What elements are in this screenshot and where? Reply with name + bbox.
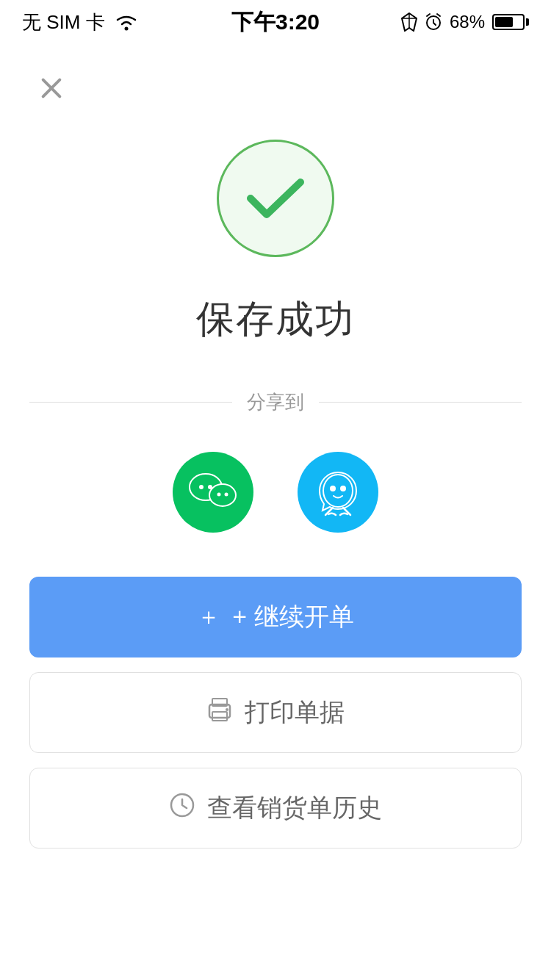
svg-point-7 bbox=[225, 493, 228, 497]
view-history-button[interactable]: 查看销货单历史 bbox=[29, 768, 522, 849]
close-icon bbox=[38, 75, 65, 101]
svg-point-8 bbox=[323, 475, 353, 507]
wifi-icon bbox=[114, 12, 139, 32]
close-button[interactable] bbox=[29, 66, 73, 110]
svg-point-6 bbox=[217, 493, 221, 497]
svg-point-14 bbox=[226, 708, 228, 711]
print-label: 打印单据 bbox=[245, 696, 345, 729]
svg-point-0 bbox=[124, 27, 128, 31]
share-icons bbox=[29, 452, 522, 533]
share-section: 分享到 bbox=[29, 389, 522, 533]
action-buttons: ＋ + 继续开单 打印单据 查看销货单历史 bbox=[29, 577, 522, 849]
qq-share-button[interactable] bbox=[298, 452, 378, 533]
svg-point-5 bbox=[208, 485, 212, 489]
main-content: 保存成功 分享到 bbox=[0, 44, 551, 878]
wechat-icon bbox=[187, 471, 239, 514]
success-section: 保存成功 bbox=[29, 140, 522, 345]
success-circle bbox=[217, 140, 334, 257]
svg-rect-13 bbox=[212, 712, 227, 721]
checkmark-icon bbox=[246, 176, 305, 220]
svg-point-3 bbox=[209, 484, 236, 506]
svg-point-4 bbox=[199, 485, 204, 489]
history-icon bbox=[169, 792, 195, 824]
share-divider: 分享到 bbox=[29, 389, 522, 415]
svg-point-9 bbox=[330, 486, 336, 491]
wechat-share-button[interactable] bbox=[173, 452, 253, 533]
continue-order-label: + 继续开单 bbox=[232, 600, 353, 634]
alarm-icon bbox=[425, 12, 442, 32]
location-icon bbox=[401, 12, 417, 32]
status-right: 68% bbox=[401, 12, 529, 32]
share-label: 分享到 bbox=[247, 389, 304, 415]
battery-percent: 68% bbox=[450, 12, 485, 32]
success-title: 保存成功 bbox=[196, 294, 355, 345]
battery-icon bbox=[492, 14, 529, 30]
status-left: 无 SIM 卡 bbox=[22, 10, 139, 35]
history-label: 查看销货单历史 bbox=[207, 791, 382, 825]
print-icon bbox=[206, 697, 233, 728]
svg-point-10 bbox=[340, 486, 346, 491]
qq-icon bbox=[314, 466, 362, 518]
no-sim-label: 无 SIM 卡 bbox=[22, 10, 105, 35]
print-button[interactable]: 打印单据 bbox=[29, 672, 522, 753]
continue-order-button[interactable]: ＋ + 继续开单 bbox=[29, 577, 522, 657]
status-bar: 无 SIM 卡 下午3:20 68% bbox=[0, 0, 551, 44]
continue-order-icon: ＋ bbox=[197, 601, 220, 633]
status-time: 下午3:20 bbox=[231, 7, 320, 37]
